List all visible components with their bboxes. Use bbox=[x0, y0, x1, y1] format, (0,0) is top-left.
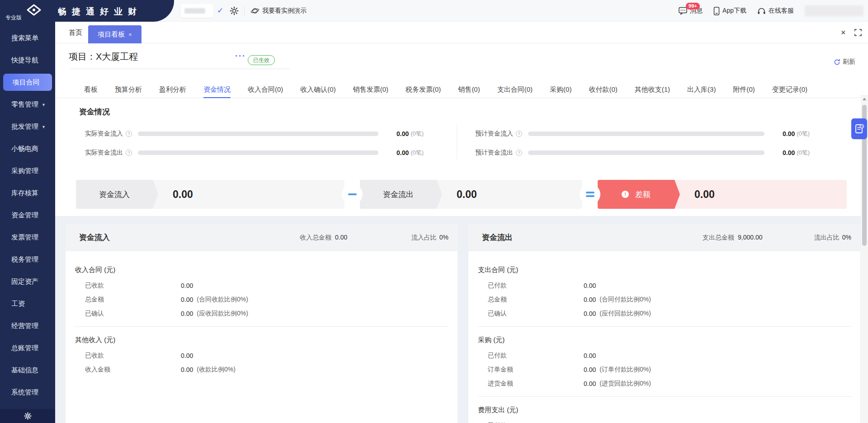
sidebar-item[interactable]: 发票管理 bbox=[0, 226, 55, 249]
progress-bar bbox=[138, 132, 378, 136]
sidebar-item[interactable]: 小畅电商 bbox=[0, 138, 55, 160]
outflow-card-body: 支出合同 (元) 已付款 0.00 总金额 0.00 bbox=[468, 251, 860, 423]
content-tab[interactable]: 收入确认(0) bbox=[300, 81, 335, 98]
detail-row: 已收款 0.00 bbox=[66, 348, 458, 362]
content-tab[interactable]: 变更记录(0) bbox=[772, 81, 807, 98]
messages-button[interactable]: 消息 99+ bbox=[679, 7, 703, 15]
tab-project-board-label: 项目看板 bbox=[98, 30, 125, 39]
content-tab[interactable]: 出入库(3) bbox=[687, 81, 716, 98]
help-icon[interactable]: ? bbox=[126, 150, 132, 156]
username-redacted[interactable] bbox=[805, 5, 863, 16]
sidebar-item[interactable]: 工资 bbox=[0, 293, 55, 315]
outflow-segment: 资金流出 0.00 bbox=[360, 180, 582, 209]
equals-icon bbox=[580, 184, 600, 205]
sidebar-item[interactable]: 搜索菜单 bbox=[0, 27, 55, 49]
tab-project-board[interactable]: 项目看板 × bbox=[88, 25, 142, 43]
detail-row-value: 0.00 bbox=[181, 352, 193, 359]
sidebar-item-label: 税务管理 bbox=[11, 255, 38, 264]
content-tab[interactable]: 资金情况 bbox=[203, 81, 231, 98]
sidebar-item[interactable]: 固定资产 bbox=[0, 271, 55, 293]
inflow-card-body: 收入合同 (元) 已收款 0.00 总金额 0.00 bbox=[66, 251, 458, 376]
content-tab[interactable]: 收付款(0) bbox=[589, 81, 617, 98]
section-title: 其他收入 (元) bbox=[66, 336, 458, 344]
sidebar-item[interactable]: 资金管理 bbox=[0, 204, 55, 226]
sidebar-item[interactable]: 经营管理 bbox=[0, 315, 55, 337]
content-tab[interactable]: 附件(0) bbox=[733, 81, 755, 98]
settings-gear-icon[interactable] bbox=[24, 412, 32, 420]
funding-row-count: (0笔) bbox=[797, 130, 810, 138]
content-tab[interactable]: 销售发票(0) bbox=[353, 81, 388, 98]
tab-home[interactable]: 首页 bbox=[63, 22, 88, 43]
funding-row: 预计资金流出? 0.00 (0笔) bbox=[475, 147, 841, 158]
phone-icon bbox=[713, 7, 720, 15]
detail-row-label: 进货金额 bbox=[488, 380, 584, 388]
fullscreen-icon[interactable] bbox=[854, 29, 862, 36]
sidebar-item[interactable]: 批发管理 ▼ bbox=[0, 116, 55, 138]
brand-area: 畅捷通好业财 专业版 bbox=[0, 0, 174, 22]
outflow-total: 支出总金额9,000.00 bbox=[703, 234, 763, 242]
refresh-label: 刷新 bbox=[843, 58, 855, 66]
sidebar-item[interactable]: 采购管理 bbox=[0, 160, 55, 182]
detail-row: 已付款 0.00 bbox=[468, 278, 860, 292]
sidebar-item[interactable]: 总账管理 bbox=[0, 337, 55, 359]
refresh-icon bbox=[834, 59, 840, 66]
help-icon[interactable]: ? bbox=[516, 150, 522, 156]
detail-row-label: 已付款 bbox=[488, 282, 584, 290]
content-tab[interactable]: 看板 bbox=[84, 81, 98, 98]
brand-edition: 专业版 bbox=[5, 14, 22, 22]
minus-icon bbox=[342, 184, 363, 205]
detail-row: 订单金额 0.00 (订单付款比例0%) bbox=[468, 362, 860, 376]
warning-icon: ! bbox=[622, 191, 629, 198]
detail-row: 已收款 0.00 bbox=[66, 278, 458, 292]
sidebar-item[interactable]: 快捷导航 bbox=[0, 49, 55, 71]
tab-close-icon[interactable]: × bbox=[128, 31, 132, 38]
content-tab[interactable]: 销售(0) bbox=[458, 81, 480, 98]
content-tab[interactable]: 收入合同(0) bbox=[248, 81, 283, 98]
scrollbar-up-arrow[interactable] bbox=[863, 98, 866, 100]
app-download-button[interactable]: App下载 bbox=[713, 7, 746, 15]
app-download-label: App下载 bbox=[722, 7, 746, 15]
more-actions-button[interactable]: ··· bbox=[235, 52, 246, 61]
detail-row-value: 0.00 bbox=[181, 296, 193, 303]
help-icon[interactable]: ? bbox=[126, 131, 132, 137]
sidebar-item[interactable]: 库存核算 bbox=[0, 182, 55, 204]
demo-link[interactable]: 我要看实例演示 bbox=[262, 7, 307, 15]
chevron-down-icon: ▼ bbox=[42, 103, 46, 107]
content-tab[interactable]: 预算分析 bbox=[115, 81, 142, 98]
funding-row-label: 预计资金流入? bbox=[475, 130, 522, 138]
gear-icon[interactable] bbox=[230, 6, 239, 15]
company-selector-redacted[interactable] bbox=[181, 4, 213, 18]
redacted-text bbox=[184, 8, 205, 14]
sidebar-item[interactable]: 基础信息 bbox=[0, 359, 55, 381]
main-content: 项目：X大厦工程 ··· 已生效 刷新 看板 bbox=[55, 43, 868, 423]
content-tab-label: 看板 bbox=[84, 85, 98, 94]
sidebar-item[interactable]: 项目合同 bbox=[3, 74, 52, 91]
status-badge: 已生效 bbox=[248, 55, 275, 65]
app-window: 畅捷通好业财 专业版 ✓ 我要看实例演示 bbox=[0, 0, 868, 423]
detail-row-label: 已收款 bbox=[85, 352, 181, 360]
help-icon[interactable]: ? bbox=[516, 131, 522, 137]
sidebar-item-label: 系统管理 bbox=[11, 388, 38, 397]
progress-bar bbox=[138, 150, 378, 155]
content-tab[interactable]: 采购(0) bbox=[550, 81, 571, 98]
sidebar-item[interactable]: 零售管理 ▼ bbox=[0, 94, 55, 116]
support-button[interactable]: 在线客服 bbox=[757, 7, 794, 15]
funding-row-value: 0.00 bbox=[783, 149, 795, 156]
difference-segment-label: ! 差额 bbox=[598, 180, 675, 209]
detail-row-value: 0.00 bbox=[584, 282, 596, 289]
content-tab[interactable]: 税务发票(0) bbox=[406, 81, 441, 98]
detail-row-label: 已确认 bbox=[85, 310, 181, 318]
refresh-button[interactable]: 刷新 bbox=[834, 58, 855, 66]
sidebar-item[interactable]: 税务管理 bbox=[0, 249, 55, 271]
detail-row: 进货金额 0.00 (进货回款比例0%) bbox=[468, 376, 860, 390]
funding-row-label: 实际资金流入? bbox=[85, 130, 132, 138]
close-icon[interactable]: × bbox=[841, 28, 846, 38]
report-float-button[interactable] bbox=[851, 118, 867, 139]
detail-row-label: 订单金额 bbox=[488, 366, 584, 374]
content-tab[interactable]: 其他收支(1) bbox=[635, 81, 670, 98]
content-tab[interactable]: 盈利分析 bbox=[159, 81, 186, 98]
outflow-card: 资金流出 支出总金额9,000.00 流出占比0% 支出合同 (元) 已付款 0… bbox=[468, 224, 860, 423]
sidebar-item[interactable]: 系统管理 bbox=[0, 381, 55, 404]
detail-row-value: 0.00 bbox=[584, 380, 596, 387]
content-tab[interactable]: 支出合同(0) bbox=[497, 81, 533, 98]
